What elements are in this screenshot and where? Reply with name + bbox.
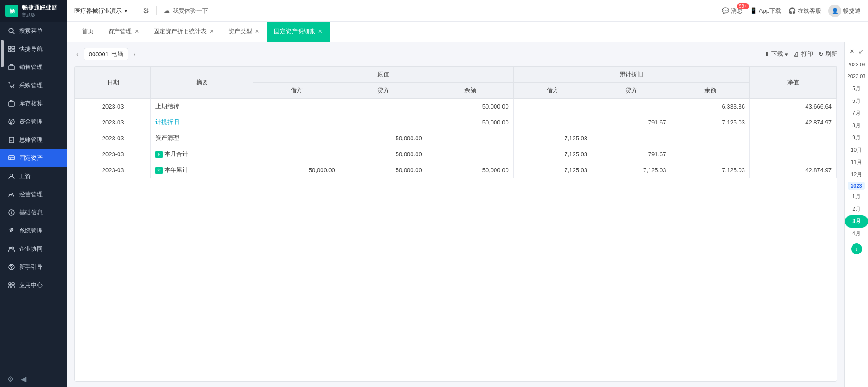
tab-home[interactable]: 首页 [74, 22, 101, 42]
right-date-panel: ✕ ⤢ 2023.03 2023.03 5月 6月 7月 8月 9月 10月 1… [844, 42, 868, 387]
panel-close-btn[interactable]: ✕ [848, 47, 856, 56]
panel-month-2[interactable]: 2月 [845, 203, 868, 215]
sidebar-item-salary[interactable]: 工资 [0, 167, 67, 185]
tab-asset-management-close[interactable]: ✕ [134, 28, 139, 35]
scroll-down-btn[interactable]: ↓ [851, 243, 862, 254]
tab-asset-detail[interactable]: 固定资产明细账 ✕ [267, 22, 330, 42]
cell-orig-debit [253, 130, 340, 146]
app-download-btn[interactable]: 📱 App下载 [750, 7, 781, 15]
online-service-btn[interactable]: 🎧 在线客服 [789, 7, 821, 15]
tab-asset-management-label: 资产管理 [108, 27, 132, 35]
tab-asset-detail-close[interactable]: ✕ [318, 28, 322, 35]
guide-icon [7, 263, 15, 271]
svg-rect-3 [12, 46, 15, 49]
tab-depreciation-table[interactable]: 固定资产折旧统计表 ✕ [146, 22, 221, 42]
panel-month-6[interactable]: 6月 [845, 95, 868, 107]
panel-month-8[interactable]: 8月 [845, 119, 868, 132]
sidebar-item-label-info: 基础信息 [19, 208, 43, 217]
sidebar-item-guide[interactable]: 新手引导 [0, 258, 67, 276]
cell-dep-debit: 7,125.03 [513, 162, 592, 178]
sidebar-item-nav[interactable]: 快捷导航 [0, 40, 67, 58]
panel-month-7[interactable]: 7月 [845, 107, 868, 119]
company-dropdown-icon: ▾ [124, 7, 128, 14]
cell-orig-credit: 50,000.00 [340, 162, 427, 178]
sidebar-item-search[interactable]: 搜索菜单 [0, 22, 67, 40]
company-selector[interactable]: 医疗器械行业演示 ▾ [74, 7, 128, 15]
sidebar-item-label-nav: 快捷导航 [19, 45, 43, 53]
asset-code-box: 000001 电脑 [84, 48, 128, 60]
sidebar-item-collab[interactable]: 企业协同 [0, 240, 67, 258]
svg-point-22 [11, 230, 12, 231]
tab-asset-management[interactable]: 资产管理 ✕ [101, 22, 146, 42]
panel-month-4[interactable]: 4月 [845, 228, 868, 240]
cell-dep-credit: 791.67 [592, 146, 671, 162]
sidebar-item-system[interactable]: 系统管理 [0, 222, 67, 240]
refresh-btn[interactable]: ↻ 刷新 [818, 50, 837, 58]
cell-summary: 月本月合计 [151, 146, 253, 162]
sidebar-item-inventory[interactable]: 库存核算 [0, 94, 67, 113]
sidebar-item-funds[interactable]: 资金管理 [0, 113, 67, 131]
panel-month-10[interactable]: 10月 [845, 144, 868, 156]
sidebar-item-sales[interactable]: 销售管理 [0, 58, 67, 76]
prev-asset-btn[interactable]: ‹ [74, 49, 80, 60]
panel-month-9[interactable]: 9月 [845, 132, 868, 144]
detail-table: 日期 摘要 原值 累计折旧 净值 借方 贷方 余额 借方 贷方 余额 [75, 66, 837, 178]
sidebar-item-apps[interactable]: 应用中心 [0, 276, 67, 294]
panel-month-5[interactable]: 5月 [845, 83, 868, 95]
month-total-icon: 月 [155, 151, 163, 158]
cell-dep-debit: 7,125.03 [513, 146, 592, 162]
cell-summary: 计提折旧 [151, 114, 253, 130]
sales-icon [7, 63, 15, 71]
th-orig-debit: 借方 [253, 83, 340, 99]
topbar-settings-icon[interactable]: ⚙ [143, 6, 149, 15]
tab-asset-type-close[interactable]: ✕ [255, 28, 259, 35]
svg-rect-28 [12, 283, 14, 285]
svg-point-25 [9, 264, 14, 270]
tabs-bar: 首页 资产管理 ✕ 固定资产折旧统计表 ✕ 资产类型 ✕ 固定资产明细账 ✕ [67, 22, 868, 42]
svg-point-24 [12, 247, 14, 249]
notifications-btn[interactable]: 💬 消息 99+ [722, 7, 743, 15]
sidebar-item-label-management: 经营管理 [19, 190, 43, 198]
panel-year-2023[interactable]: 2023 [848, 182, 864, 190]
settings-footer-btn[interactable]: ⚙ [7, 375, 14, 383]
app-version: 普及版 [22, 12, 57, 18]
cell-summary: 资产清理 [151, 130, 253, 146]
system-icon [7, 227, 15, 235]
cell-orig-balance: 50,000.00 [427, 99, 513, 114]
svg-point-23 [9, 247, 11, 249]
refresh-icon: ↻ [818, 51, 823, 58]
experience-btn[interactable]: ☁ 我要体验一下 [164, 7, 208, 15]
panel-controls: ✕ ⤢ [847, 44, 867, 59]
cell-date: 2023-03 [75, 99, 151, 114]
print-btn[interactable]: 🖨 打印 [794, 50, 813, 58]
cell-orig-credit [340, 99, 427, 114]
cell-summary: 上期结转 [151, 99, 253, 114]
panel-month-12[interactable]: 12月 [845, 169, 868, 181]
sidebar-item-purchase[interactable]: 采购管理 [0, 76, 67, 94]
sidebar-item-label-system: 系统管理 [19, 227, 43, 235]
svg-line-1 [13, 32, 14, 34]
panel-month-3[interactable]: 3月 [845, 215, 868, 228]
table-row: 2023-03 月本月合计 50,000.00 7,125.03 791.67 [75, 146, 837, 162]
panel-expand-btn[interactable]: ⤢ [858, 47, 865, 56]
assets-icon [7, 154, 15, 162]
content-area: ‹ 000001 电脑 › ⬇ 下载 ▾ 🖨 打印 [67, 42, 868, 387]
download-btn[interactable]: ⬇ 下载 ▾ [764, 50, 788, 58]
sidebar-item-info[interactable]: 基础信息 [0, 203, 67, 222]
panel-month-1[interactable]: 1月 [845, 191, 868, 203]
collapse-sidebar-btn[interactable]: ◀ [21, 375, 26, 383]
sidebar-item-label-collab: 企业协同 [19, 245, 43, 253]
tab-depreciation-close[interactable]: ✕ [209, 28, 214, 35]
svg-rect-5 [12, 50, 15, 52]
sidebar-item-ledger[interactable]: 总账管理 [0, 131, 67, 149]
cell-orig-debit [253, 99, 340, 114]
svg-point-8 [13, 87, 14, 88]
sidebar-header: 畅 畅捷通好业财 普及版 [0, 0, 67, 22]
tab-asset-type[interactable]: 资产类型 ✕ [221, 22, 267, 42]
notifications-badge: 99+ [737, 3, 749, 9]
sidebar-item-assets[interactable]: 固定资产 [0, 149, 67, 167]
panel-month-11[interactable]: 11月 [845, 156, 868, 169]
next-asset-btn[interactable]: › [132, 49, 138, 60]
user-avatar-btn[interactable]: 👤 畅捷通 [828, 5, 861, 17]
sidebar-item-management[interactable]: 经营管理 [0, 185, 67, 203]
